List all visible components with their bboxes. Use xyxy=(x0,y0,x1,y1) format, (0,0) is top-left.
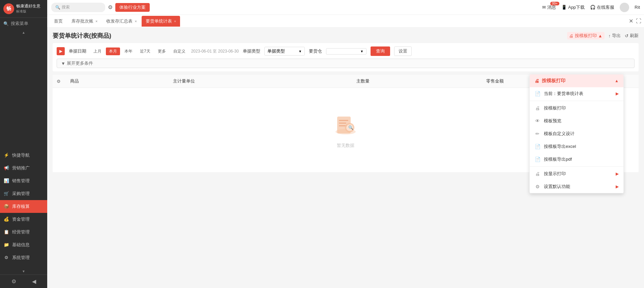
dropdown-item-template-preview[interactable]: 👁 模板预览 xyxy=(530,115,623,127)
tab-batch-close[interactable]: × xyxy=(95,19,97,23)
date-btn-this-year[interactable]: 本年 xyxy=(121,47,136,55)
basic-icon: 📁 xyxy=(3,242,9,248)
sidebar-settings-btn[interactable]: ⚙ xyxy=(11,278,16,285)
date-range-display: 2023-06-01 至 2023-06-30 xyxy=(191,49,239,54)
window-controls: ✕ ⛶ xyxy=(629,18,641,24)
sidebar-item-label: 快捷导航 xyxy=(12,152,30,158)
query-button[interactable]: 查询 xyxy=(371,46,390,56)
tab-home-label: 首页 xyxy=(54,18,63,24)
dropdown-print-icon: 🖨 xyxy=(534,78,539,84)
tab-batch-account[interactable]: 库存批次账 × xyxy=(67,16,101,27)
refresh-btn[interactable]: ↺ 刷新 xyxy=(625,33,639,39)
sidebar-item-system[interactable]: ⚙ 系统管理 xyxy=(0,251,47,264)
topbar-search-icon: 🔍 xyxy=(55,5,60,10)
topbar-avatar[interactable] xyxy=(620,3,629,12)
dropdown-default-func[interactable]: ⚙ 设置默认功能 ▶ xyxy=(530,180,623,193)
tab-home[interactable]: 首页 xyxy=(50,16,67,27)
date-btn-custom[interactable]: 自定义 xyxy=(170,47,188,55)
sidebar-footer: ⚙ ◀ xyxy=(0,275,47,288)
app-icon: 📱 xyxy=(561,5,567,10)
topbar-service[interactable]: 🎧 在线客服 xyxy=(590,4,614,10)
expand-filters-btn[interactable]: ▼ 展开更多条件 xyxy=(57,59,635,68)
window-maximize-btn[interactable]: ⛶ xyxy=(636,18,641,24)
refresh-label: 刷新 xyxy=(630,33,639,39)
service-label: 在线客服 xyxy=(597,4,614,10)
topbar-app-download[interactable]: 📱 App下载 xyxy=(561,4,585,10)
template-preview-icon: 👁 xyxy=(534,118,540,124)
export-btn[interactable]: ↑ 导出 xyxy=(609,33,621,39)
expand-label: 展开更多条件 xyxy=(67,60,93,66)
table-settings-icon[interactable]: ⚙ xyxy=(57,79,61,84)
print-label: 按模板打印 xyxy=(575,33,597,39)
purchase-icon: 🛒 xyxy=(3,191,9,197)
template-print-icon: 🖨 xyxy=(534,105,540,111)
topbar-search-box[interactable]: 🔍 搜索 xyxy=(51,3,105,12)
topbar-right: ✉ 消息 99+ 📱 App下载 🎧 在线客服 Rit xyxy=(542,3,640,12)
sidebar-item-marketing[interactable]: 📢 营销推广 xyxy=(0,162,47,174)
date-btn-7days[interactable]: 近7天 xyxy=(137,47,153,55)
expand-icon: ▼ xyxy=(61,61,65,66)
filter-toggle-btn[interactable]: ▶ xyxy=(57,47,65,55)
dropdown-item-export-excel[interactable]: 📄 按模板导出excel xyxy=(530,140,623,153)
type-filter-select[interactable]: 单据类型 ▼ xyxy=(264,47,305,56)
topbar-message[interactable]: ✉ 消息 99+ xyxy=(542,4,556,10)
sidebar-item-enterprise[interactable]: 🤝 企业协同 xyxy=(0,264,47,268)
topbar-search-placeholder: 搜索 xyxy=(62,4,70,10)
display-print-arrow: ▶ xyxy=(616,171,619,176)
settings-button[interactable]: 设置 xyxy=(394,46,412,56)
sidebar-scroll-up[interactable]: ▲ xyxy=(0,29,47,36)
tab-batch-label: 库存批次账 xyxy=(71,18,93,24)
window-close-btn[interactable]: ✕ xyxy=(629,18,633,24)
sidebar-collapse-btn[interactable]: ◀ xyxy=(32,278,36,285)
message-badge: 99+ xyxy=(550,2,559,5)
app-label: App下载 xyxy=(568,4,585,10)
date-btn-more[interactable]: 更多 xyxy=(155,47,169,55)
sidebar-item-inventory[interactable]: 📦 库存核算 xyxy=(0,200,47,213)
dropdown-item-template-design[interactable]: ✏ 模板自定义设计 xyxy=(530,127,623,140)
trial-button[interactable]: 体验行业方案 xyxy=(115,3,150,12)
print-arrow-icon: ▲ xyxy=(598,33,603,38)
export-excel-label: 按模板导出excel xyxy=(544,143,576,150)
dropdown-item-export-pdf[interactable]: 📄 按模板导出pdf xyxy=(530,153,623,166)
sidebar-item-quick-nav[interactable]: ⚡ 快捷导航 xyxy=(0,149,47,162)
topbar-gear-icon[interactable]: ⚙ xyxy=(108,4,113,10)
type-filter-value: 单据类型 xyxy=(267,48,285,54)
sidebar-search[interactable]: 🔍 搜索菜单 xyxy=(0,18,47,29)
print-template-btn[interactable]: 🖨 按模板打印 ▲ xyxy=(567,32,605,39)
system-icon: ⚙ xyxy=(3,255,9,261)
default-func-arrow: ▶ xyxy=(616,184,619,189)
current-arrow-icon: ▶ xyxy=(616,91,619,96)
current-template-label: 当前：要货单统计表 xyxy=(544,91,583,97)
export-excel-icon: 📄 xyxy=(534,144,540,149)
sidebar-item-finance[interactable]: 💰 资金管理 xyxy=(0,213,47,226)
sidebar-scroll-down[interactable]: ▼ xyxy=(0,268,47,275)
tab-collect-summary[interactable]: 收发存汇总表 × xyxy=(102,16,141,27)
content-area: 要货单统计表(按商品) 🖨 按模板打印 ▲ ↑ 导出 ↺ 刷新 xyxy=(47,28,644,288)
tab-order-close[interactable]: × xyxy=(174,19,176,23)
print-dropdown: 🖨 按模板打印 ▲ 📄 当前：要货单统计表 ▶ 🖨 按模板打印 👁 模板预览 xyxy=(529,74,624,193)
date-btn-last-month[interactable]: 上月 xyxy=(90,47,105,55)
dropdown-item-template-print[interactable]: 🖨 按模板打印 xyxy=(530,102,623,115)
dropdown-arrow-icon: ▲ xyxy=(615,78,619,83)
tab-collect-close[interactable]: × xyxy=(135,19,137,23)
sidebar-item-label: 经营管理 xyxy=(12,229,30,235)
col-unit: 主计量单位 xyxy=(169,75,352,88)
export-icon: ↑ xyxy=(609,33,611,38)
sidebar-item-purchase[interactable]: 🛒 采购管理 xyxy=(0,187,47,200)
sidebar-item-label: 销售管理 xyxy=(12,178,30,184)
export-label: 导出 xyxy=(612,33,621,39)
page-header: 要货单统计表(按商品) 🖨 按模板打印 ▲ ↑ 导出 ↺ 刷新 xyxy=(53,32,639,40)
dropdown-current-item[interactable]: 📄 当前：要货单统计表 ▶ xyxy=(530,87,623,100)
sidebar-item-basic[interactable]: 📁 基础信息 xyxy=(0,238,47,251)
sidebar-search-label: 搜索菜单 xyxy=(11,21,28,27)
dropdown-header[interactable]: 🖨 按模板打印 ▲ xyxy=(530,74,623,87)
date-btn-this-month[interactable]: 本月 xyxy=(106,47,120,55)
dropdown-display-print[interactable]: 🖨 按显示打印 ▶ xyxy=(530,167,623,180)
sidebar-item-operation[interactable]: 📋 经营管理 xyxy=(0,226,47,238)
tab-order-stats[interactable]: 要货单统计表 × xyxy=(142,16,180,27)
export-pdf-label: 按模板导出pdf xyxy=(544,156,572,162)
sidebar-item-sales[interactable]: 📊 销售管理 xyxy=(0,174,47,187)
goods-filter-select[interactable]: ▼ xyxy=(326,48,367,55)
svg-text:🔍: 🔍 xyxy=(348,125,353,130)
topbar-username[interactable]: Rit xyxy=(635,5,640,10)
